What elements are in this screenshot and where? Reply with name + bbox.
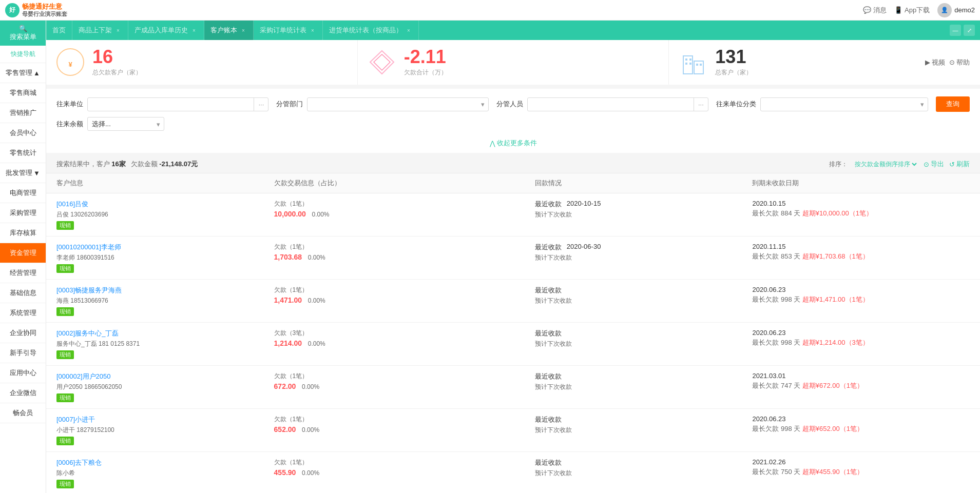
customer-tag: 现销 — [56, 437, 74, 445]
search-button[interactable]: 查询 — [936, 96, 970, 112]
customer-name[interactable]: [0007]小进干 — [56, 415, 274, 424]
overdue-amount[interactable]: 超期¥455.90（1笔） — [802, 468, 863, 476]
customer-name[interactable]: [0016]吕俊 — [56, 200, 274, 209]
stat-card-total-customers: 131 总客户（家） ▶ 视频 ⊙ 帮助 — [669, 40, 980, 85]
tab-product-history[interactable]: 产成品入库单历史 × — [128, 21, 204, 40]
svg-rect-11 — [700, 64, 702, 66]
debt-amount[interactable]: 672.00 — [274, 382, 296, 390]
help-button[interactable]: ⊙ 帮助 — [949, 58, 970, 67]
sidebar-item-system[interactable]: 系统管理 — [0, 303, 46, 323]
sidebar-item-corp-wechat[interactable]: 企业微信 — [0, 383, 46, 403]
latest-label: 最近收款 — [535, 372, 562, 381]
customer-name[interactable]: [0002]服务中心_丁磊 — [56, 329, 274, 338]
sidebar-search[interactable]: 🔍 搜索菜单 — [0, 21, 46, 46]
tab-close-icon[interactable]: × — [240, 27, 247, 34]
sidebar-item-retail-mgmt[interactable]: 零售管理▲ — [0, 63, 46, 83]
overdue-amount[interactable]: 超期¥652.00（1笔） — [802, 425, 863, 432]
dept-select[interactable] — [307, 97, 488, 111]
due-date: 2020.06.23 — [752, 329, 970, 337]
sidebar-item-purchase[interactable]: 采购管理 — [0, 203, 46, 223]
message-button[interactable]: 💬 消息 — [863, 6, 887, 15]
sidebar-item-vip[interactable]: 畅会员 — [0, 403, 46, 423]
tab-purchase-stats[interactable]: 进货单统计表（按商品） × — [323, 21, 419, 40]
customer-name[interactable]: [000002]用户2050 — [56, 372, 274, 381]
overdue-amount[interactable]: 超期¥1,214.00（3笔） — [802, 339, 869, 346]
export-label: 导出 — [931, 160, 944, 169]
sidebar-item-retail-mall[interactable]: 零售商城 — [0, 83, 46, 103]
debt-amount[interactable]: 1,471.00 — [274, 296, 302, 304]
sidebar-item-basic-info[interactable]: 基础信息 — [0, 283, 46, 303]
sidebar-item-label: 应用中心 — [10, 369, 36, 377]
recovery-latest: 最近收款 — [535, 286, 753, 295]
sidebar-item-label: 企业微信 — [10, 389, 36, 397]
sidebar-item-inventory[interactable]: 库存核算 — [0, 223, 46, 243]
overdue-amount[interactable]: 超期¥1,471.00（1笔） — [802, 295, 869, 303]
refresh-button[interactable]: ↺ 刷新 — [949, 160, 970, 169]
person-dots[interactable]: ··· — [694, 98, 708, 111]
tab-close-icon[interactable]: × — [114, 27, 122, 34]
tab-product-listing[interactable]: 商品上下架 × — [72, 21, 128, 40]
sidebar-item-label: 会员中心 — [10, 129, 36, 136]
sidebar-item-app-center[interactable]: 应用中心 — [0, 363, 46, 383]
customer-name[interactable]: [00010200001]李老师 — [56, 243, 274, 252]
svg-text:¥: ¥ — [68, 61, 72, 68]
recovery-info: 最近收款 2020-06-30 预计下次收款 — [535, 243, 753, 262]
tab-maximize-btn[interactable]: ⤢ — [964, 25, 975, 36]
sort-select[interactable]: 按欠款金额倒序排序 — [853, 160, 918, 168]
collapse-button[interactable]: ⋀ 收起更多条件 — [490, 139, 537, 148]
tab-minimize-btn[interactable]: — — [950, 25, 961, 36]
app-download-button[interactable]: 📱 App下载 — [894, 6, 930, 15]
export-button[interactable]: ⊙ 导出 — [924, 160, 944, 169]
sidebar-item-label: 系统管理 — [10, 309, 36, 317]
table-row: [0003]畅捷服务尹海燕 海燕 18513066976 现销 欠款（1笔） 1… — [46, 280, 980, 323]
filter-row-2: 往来余额 选择... ▾ — [56, 117, 970, 131]
person-input[interactable] — [528, 98, 694, 111]
data-table: 客户信息 欠款交易信息（占比） 回款情况 到期未收款日期 [0016]吕俊 吕俊… — [46, 173, 980, 493]
play-icon: ▶ — [925, 58, 930, 66]
debt-label: 欠款（1笔） — [274, 286, 535, 294]
view-button[interactable]: ▶ 视频 — [925, 58, 945, 67]
stat-label-total-customers: 总客户（家） — [715, 68, 752, 77]
debt-amount[interactable]: 1,214.00 — [274, 339, 302, 347]
unit-category-select[interactable] — [760, 97, 928, 111]
customer-name[interactable]: [0003]畅捷服务尹海燕 — [56, 286, 274, 295]
customer-tag: 现销 — [56, 307, 74, 316]
debt-amount[interactable]: 455.90 — [274, 468, 296, 477]
balance-select[interactable]: 选择... — [87, 117, 164, 131]
overdue-amount[interactable]: 超期¥10,000.00（1笔） — [802, 209, 873, 217]
customer-contact: 海燕 18513066976 — [56, 297, 274, 305]
tab-label: 商品上下架 — [79, 26, 112, 35]
latest-label: 最近收款 — [535, 243, 562, 252]
stat-info-debt-customers: 16 总欠款客户（家） — [92, 48, 142, 77]
stat-card-debt-customers: ¥ 16 总欠款客户（家） — [46, 40, 358, 85]
sidebar-item-batch-mgmt[interactable]: 批发管理▼ — [0, 163, 46, 183]
debt-amount[interactable]: 652.00 — [274, 425, 296, 433]
sidebar-item-marketing[interactable]: 营销推广 — [0, 103, 46, 123]
sidebar-item-enterprise[interactable]: 企业协同 — [0, 323, 46, 343]
sidebar-item-retail-stats[interactable]: 零售统计 — [0, 143, 46, 163]
sidebar-item-guide[interactable]: 新手引导 — [0, 343, 46, 363]
tab-customer-account[interactable]: 客户账本 × — [204, 21, 254, 40]
sidebar-item-ecommerce[interactable]: 电商管理 — [0, 183, 46, 203]
tab-label: 采购订单统计表 — [260, 26, 306, 35]
customer-name[interactable]: [0006]去下粮仓 — [56, 458, 274, 467]
recovery-next: 预计下次收款 — [535, 469, 753, 478]
logo-icon: 好 — [5, 3, 20, 17]
debt-percent: 0.00% — [308, 254, 325, 261]
tab-purchase-order[interactable]: 采购订单统计表 × — [254, 21, 323, 40]
tab-close-icon[interactable]: × — [309, 27, 316, 34]
sidebar-nav-label[interactable]: 快捷导航 — [0, 46, 46, 63]
overdue-amount[interactable]: 超期¥672.00（1笔） — [802, 382, 863, 389]
sidebar-item-operations[interactable]: 经营管理 — [0, 263, 46, 283]
source-unit-input[interactable] — [88, 98, 254, 111]
debt-amount[interactable]: 1,703.68 — [274, 253, 302, 261]
overdue-amount[interactable]: 超期¥1,703.68（1笔） — [802, 252, 869, 260]
tab-close-icon[interactable]: × — [190, 27, 198, 34]
user-profile[interactable]: 👤 demo2 — [937, 3, 975, 17]
tab-home[interactable]: 首页 — [46, 21, 72, 40]
debt-amount[interactable]: 10,000.00 — [274, 210, 306, 218]
source-unit-dots[interactable]: ··· — [254, 98, 268, 111]
sidebar-item-member[interactable]: 会员中心 — [0, 123, 46, 143]
tab-close-icon[interactable]: × — [405, 27, 412, 34]
sidebar-item-finance[interactable]: 资金管理 — [0, 243, 46, 263]
